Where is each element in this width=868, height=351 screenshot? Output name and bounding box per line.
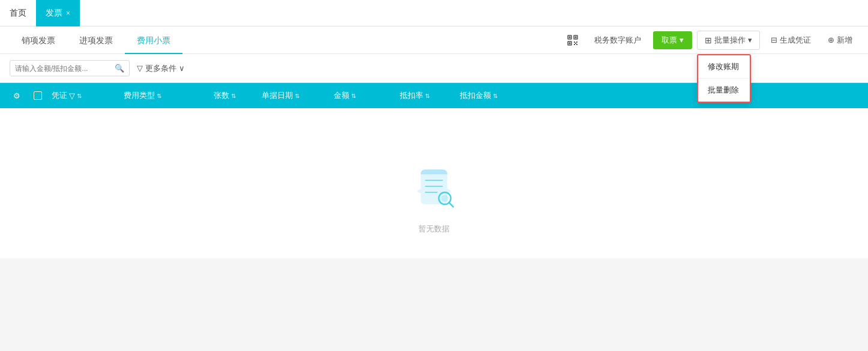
batch-op-arrow-icon: ▾ xyxy=(748,35,752,44)
th-deduct-rate[interactable]: 抵扣率 ⇅ xyxy=(395,90,455,101)
th-expense-type-label: 费用类型 xyxy=(124,90,155,101)
invoice-tab[interactable]: 发票 × xyxy=(36,0,80,26)
tab-incoming-invoice[interactable]: 进项发票 xyxy=(67,26,125,54)
header-checkbox[interactable] xyxy=(34,91,42,100)
th-checkbox[interactable] xyxy=(29,91,47,100)
toolbar: 税务数字账户 取票 ▾ ⊞ 批量操作 ▾ ⊟ 生成凭证 ⊕ 新增 xyxy=(563,31,858,50)
empty-text: 暂无数据 xyxy=(418,224,450,234)
th-deduct-amount[interactable]: 抵扣金额 ⇅ xyxy=(455,90,527,101)
batch-delete-item[interactable]: 批量删除 xyxy=(698,78,750,102)
svg-rect-9 xyxy=(576,44,577,45)
search-input[interactable] xyxy=(10,61,110,76)
qr-code-icon[interactable] xyxy=(563,31,582,50)
voucher-filter-icon: ▽ xyxy=(69,91,75,100)
batch-op-dropdown: 修改账期 批量删除 xyxy=(697,54,751,103)
th-voucher[interactable]: 凭证 ▽ ⇅ xyxy=(47,90,119,101)
take-ticket-button[interactable]: 取票 ▾ xyxy=(653,31,692,49)
th-expense-type[interactable]: 费用类型 ⇅ xyxy=(119,90,209,101)
take-ticket-arrow-icon: ▾ xyxy=(680,35,684,44)
th-amount-label: 金额 xyxy=(334,90,349,101)
settings-icon: ⚙ xyxy=(13,91,20,100)
home-nav-item[interactable]: 首页 xyxy=(0,8,36,19)
more-conditions-label: 更多条件 xyxy=(145,63,176,74)
svg-rect-7 xyxy=(576,41,577,43)
svg-rect-3 xyxy=(575,36,577,38)
add-button[interactable]: ⊕ 新增 xyxy=(822,31,858,49)
deduct-amount-sort-icon[interactable]: ⇅ xyxy=(493,93,498,99)
svg-rect-6 xyxy=(574,41,575,43)
expense-type-sort-icon[interactable]: ⇅ xyxy=(157,93,161,99)
th-count-label: 张数 xyxy=(214,90,229,101)
take-ticket-label: 取票 xyxy=(662,35,677,46)
th-date-label: 单据日期 xyxy=(262,90,293,101)
date-sort-icon[interactable]: ⇅ xyxy=(295,93,300,99)
tab-sales-invoice[interactable]: 销项发票 xyxy=(10,26,67,54)
batch-op-icon: ⊞ xyxy=(705,35,712,45)
batch-operation-button[interactable]: ⊞ 批量操作 ▾ xyxy=(697,31,760,50)
empty-state: 暂无数据 xyxy=(0,108,868,258)
tax-account-button[interactable]: 税务数字账户 xyxy=(587,31,648,49)
svg-rect-8 xyxy=(574,44,575,45)
add-label: 新增 xyxy=(837,35,852,46)
search-icon[interactable]: 🔍 xyxy=(110,61,129,76)
svg-point-16 xyxy=(441,195,448,202)
filter-icon: ▽ xyxy=(137,64,143,73)
th-date[interactable]: 单据日期 ⇅ xyxy=(257,90,329,101)
gen-voucher-icon: ⊟ xyxy=(771,35,777,44)
gen-voucher-label: 生成凭证 xyxy=(780,35,811,46)
th-settings[interactable]: ⚙ xyxy=(5,91,29,100)
svg-rect-10 xyxy=(575,43,576,44)
th-deduct-rate-label: 抵扣率 xyxy=(400,90,423,101)
add-icon: ⊕ xyxy=(828,35,834,44)
th-amount[interactable]: 金额 ⇅ xyxy=(329,90,395,101)
more-conditions-button[interactable]: ▽ 更多条件 ∨ xyxy=(137,63,185,74)
svg-rect-5 xyxy=(569,42,571,44)
count-sort-icon[interactable]: ⇅ xyxy=(231,93,236,99)
invoice-tab-label: 发票 xyxy=(46,8,62,19)
tab-expense-receipt[interactable]: 费用小票 xyxy=(125,26,182,54)
sub-tabs-container: 销项发票 进项发票 费用小票 xyxy=(10,26,182,54)
batch-op-label: 批量操作 xyxy=(714,35,746,46)
chevron-down-icon: ∨ xyxy=(179,64,185,73)
deduct-rate-sort-icon[interactable]: ⇅ xyxy=(425,93,430,99)
gen-voucher-button[interactable]: ⊟ 生成凭证 xyxy=(765,31,817,49)
th-deduct-amount-label: 抵扣金额 xyxy=(460,90,491,101)
invoice-tab-close[interactable]: × xyxy=(66,9,70,17)
voucher-sort-icon[interactable]: ⇅ xyxy=(77,93,82,99)
th-count[interactable]: 张数 ⇅ xyxy=(209,90,257,101)
modify-period-item[interactable]: 修改账期 xyxy=(698,55,750,78)
th-voucher-label: 凭证 xyxy=(52,90,67,101)
svg-line-17 xyxy=(449,203,453,207)
amount-sort-icon[interactable]: ⇅ xyxy=(351,93,356,99)
search-input-wrapper: 🔍 xyxy=(10,60,130,76)
svg-rect-1 xyxy=(569,36,571,38)
